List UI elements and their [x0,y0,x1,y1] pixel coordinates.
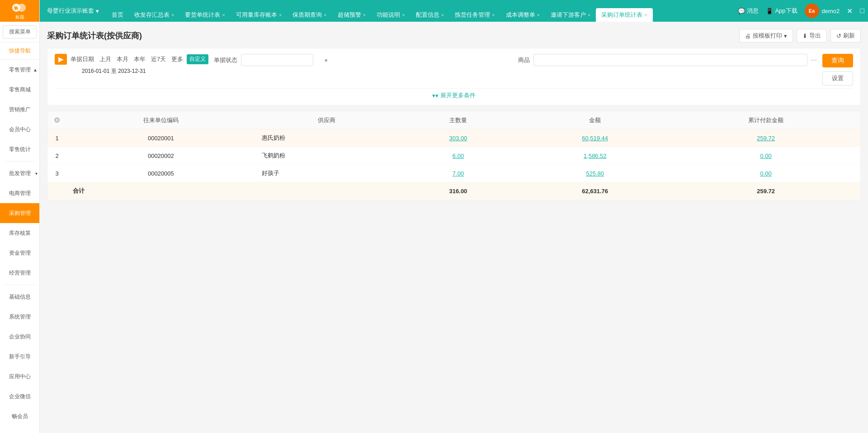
export-button[interactable]: ⬇ 导出 [797,29,827,43]
sidebar-item-finance[interactable]: 资金管理 [0,243,39,263]
status-select-wrap [241,54,331,66]
quick-nav-button[interactable]: 快捷导航 [3,45,37,57]
tab-receipt-summary-label: 收发存汇总表 [134,11,170,19]
sidebar-item-marketing-label: 营销推广 [9,106,31,114]
sidebar-item-retail[interactable]: 零售管理 ▲ [0,60,39,80]
date-btn-more[interactable]: 更多 [170,54,185,64]
tab-purchase-stat-close[interactable]: × [644,12,647,18]
sidebar-logo-text: 标题 [15,14,24,20]
close-window-icon[interactable]: ✕ [847,7,853,15]
tab-cost-adjust-close[interactable]: × [537,12,540,18]
avatar-initials: Ea [809,8,815,14]
tab-receipt-summary[interactable]: 收发存汇总表 × [129,8,179,22]
date-btn-last-month[interactable]: 上月 [98,54,113,64]
user-avatar-area[interactable]: Ea demo2 [805,4,840,18]
tab-func-desc[interactable]: 功能说明 × [371,8,410,22]
sidebar-item-retail-shop[interactable]: 零售商城 [0,80,39,100]
tab-purchase-stat[interactable]: 采购订单统计表 × [596,8,652,22]
date-range-display: 2016-01-01 至 2023-12-31 [82,68,146,74]
sidebar-item-appcenter[interactable]: 应用中心 [0,366,39,386]
tab-func-desc-close[interactable]: × [402,12,405,18]
cell-amount[interactable]: 525.80 [519,165,671,182]
cell-no: 3 [47,165,66,182]
cell-qty[interactable]: 7.00 [398,165,519,182]
tab-overstock-warning-close[interactable]: × [363,12,366,18]
page-title: 采购订单统计表(按供应商) [47,30,142,41]
table-header-settings: ⚙ [47,111,66,129]
app-download-button[interactable]: 📱 App下载 [766,7,797,15]
tab-order-summary-close[interactable]: × [222,12,225,18]
sidebar-item-appcenter-label: 应用中心 [9,373,31,381]
cell-paid[interactable]: 0.00 [671,165,860,182]
message-button[interactable]: 💬 消息 [738,7,759,15]
setting-button[interactable]: 设置 [822,71,853,86]
tab-invite-downstream-close[interactable]: × [588,12,590,18]
tab-inventory-ledger[interactable]: 可用量库存账本 × [231,8,287,22]
app-download-label: App下载 [775,7,797,15]
batch-expand-icon: ▾ [35,171,38,176]
page-content: 采购订单统计表(按供应商) 🖨 按模板打印 ▾ ⬇ 导出 ↺ 刷新 [40,22,868,433]
goods-filter-more-icon[interactable]: ··· [811,56,817,64]
sidebar-item-system[interactable]: 系统管理 [0,307,39,327]
refresh-button[interactable]: ↺ 刷新 [830,29,861,43]
print-button[interactable]: 🖨 按模板打印 ▾ [739,29,793,43]
table-header-row: ⚙ 往来单位编码 供应商 主数量 金额 [47,111,860,129]
sidebar-item-basic[interactable]: 基础信息 [0,287,39,307]
workspace-selector[interactable]: 母婴行业演示账套 ▾ [43,0,103,22]
sidebar-item-retail-stat-label: 零售统计 [9,146,31,153]
sidebar-item-purchase-label: 采购管理 [9,209,31,217]
date-btn-this-month[interactable]: 本月 [115,54,130,64]
cell-paid[interactable]: 0.00 [671,147,860,165]
date-btn-this-year[interactable]: 本年 [132,54,147,64]
tab-inventory-ledger-close[interactable]: × [279,12,282,18]
sidebar-search-button[interactable]: 搜索菜单 [3,25,37,38]
sidebar-item-batch-label: 批发管理 [9,170,31,177]
cell-paid[interactable]: 259.72 [671,129,860,147]
sidebar-item-inventory[interactable]: 库存核算 [0,223,39,243]
footer-paid: 259.72 [671,182,860,200]
query-button[interactable]: 查询 [822,54,853,67]
filter-toggle-button[interactable]: ▶ [55,54,67,65]
sidebar-item-purchase[interactable]: 采购管理 [0,203,39,223]
sidebar-item-batch[interactable]: 批发管理 ▾ [0,163,39,183]
tab-config-info[interactable]: 配置信息 × [410,8,449,22]
cell-qty[interactable]: 303.00 [398,129,519,147]
tab-overstock-warning[interactable]: 超储预警 × [332,8,371,22]
tab-func-desc-label: 功能说明 [377,11,400,19]
tab-home[interactable]: 首页 [106,8,129,22]
cell-qty[interactable]: 6.00 [398,147,519,165]
sidebar-item-vip[interactable]: 畅会员 [0,406,39,426]
tab-expiry-query[interactable]: 保质期查询 × [287,8,332,22]
status-select[interactable] [241,54,313,66]
cell-amount[interactable]: 60,519.44 [519,129,671,147]
sidebar-item-ecommerce[interactable]: 电商管理 [0,183,39,203]
filter-goods-section: 商品 ··· [518,54,817,66]
sidebar-item-newguide-label: 新手引导 [9,353,31,361]
tab-receipt-summary-close[interactable]: × [171,12,174,18]
sidebar-item-marketing[interactable]: 营销推广 [0,100,39,119]
tab-config-info-close[interactable]: × [441,12,444,18]
sidebar-item-newguide[interactable]: 新手引导 [0,347,39,366]
sidebar-item-wechat[interactable]: 企业微信 [0,386,39,406]
cell-amount[interactable]: 1,586.52 [519,147,671,165]
expand-more-button[interactable]: ▾▾ 展开更多条件 [432,91,476,100]
tab-order-summary[interactable]: 要货单统计表 × [179,8,230,22]
tab-pick-task[interactable]: 拣货任务管理 × [449,8,500,22]
svg-point-1 [18,4,26,12]
tab-pick-task-close[interactable]: × [492,12,495,18]
tab-invite-downstream[interactable]: 邀请下游客户 × [545,8,596,22]
goods-filter-input[interactable] [533,54,807,66]
sidebar-item-enterprise[interactable]: 企业协同 [0,327,39,347]
table-settings-icon[interactable]: ⚙ [54,116,60,124]
maximize-icon[interactable]: □ [860,7,864,15]
tab-cost-adjust[interactable]: 成本调整单 × [500,8,545,22]
date-btn-7days[interactable]: 近7天 [149,54,168,64]
sidebar-item-retail-stat[interactable]: 零售统计 [0,139,39,159]
sidebar-item-operation[interactable]: 经营管理 [0,263,39,283]
sidebar-logo[interactable]: 畅 标题 [0,0,39,22]
tab-expiry-query-close[interactable]: × [324,12,326,18]
sidebar-item-vip-label: 畅会员 [12,413,28,420]
sidebar-item-member[interactable]: 会员中心 [0,119,39,139]
expand-down-icon: ▾▾ [432,92,439,99]
topbar: 母婴行业演示账套 ▾ 首页 收发存汇总表 × 要货单统计表 × 可用量库存账本 … [40,0,868,22]
